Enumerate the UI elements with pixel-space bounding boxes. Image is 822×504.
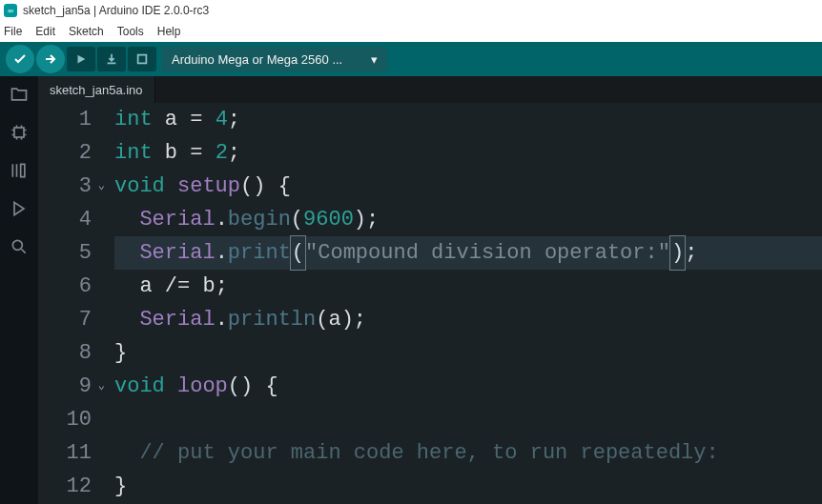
line-number: 7 (38, 303, 105, 336)
app-logo-icon: ∞ (4, 4, 17, 17)
chip-icon (10, 123, 29, 142)
editor-area: sketch_jan5a.ino 123⌄456789⌄101112 int a… (38, 76, 822, 504)
svg-rect-0 (138, 55, 147, 64)
activity-bar (0, 76, 38, 504)
sidebar-item-debug[interactable] (9, 198, 30, 219)
books-icon (10, 161, 29, 180)
code-line[interactable] (114, 403, 822, 436)
menu-file[interactable]: File (4, 25, 22, 38)
title-bar: ∞ sketch_jan5a | Arduino IDE 2.0.0-rc3 (0, 0, 822, 21)
menu-help[interactable]: Help (157, 25, 181, 38)
square-icon (135, 52, 149, 66)
line-number: 5 (38, 236, 105, 270)
debug-button[interactable] (67, 47, 95, 71)
debug-icon (10, 199, 29, 218)
sidebar-item-boards[interactable] (9, 122, 30, 143)
line-number: 8 (38, 336, 105, 370)
code-line[interactable]: Serial.print("Compound division operator… (114, 236, 822, 270)
menu-tools[interactable]: Tools (117, 25, 144, 38)
window-title: sketch_jan5a | Arduino IDE 2.0.0-rc3 (23, 4, 209, 17)
sidebar-item-search[interactable] (9, 236, 30, 257)
download-icon (105, 52, 118, 66)
line-number: 9⌄ (38, 370, 105, 403)
code-content[interactable]: int a = 4;int b = 2;void setup() { Seria… (114, 103, 822, 504)
tab-label: sketch_jan5a.ino (50, 83, 143, 97)
verify-button[interactable] (6, 45, 34, 73)
board-selector-label: Arduino Mega or Mega 2560 ... (172, 52, 342, 67)
board-selector[interactable]: Arduino Mega or Mega 2560 ... ▾ (162, 47, 387, 71)
line-gutter: 123⌄456789⌄101112 (38, 103, 114, 504)
code-line[interactable]: Serial.begin(9600); (114, 203, 822, 236)
svg-rect-1 (14, 128, 24, 137)
code-line[interactable]: void loop() { (114, 370, 822, 403)
fold-icon[interactable]: ⌄ (93, 170, 105, 203)
folder-icon (10, 85, 29, 104)
line-number: 4 (38, 203, 105, 236)
line-number: 11 (38, 436, 105, 470)
line-number: 3⌄ (38, 170, 105, 203)
code-line[interactable]: } (114, 470, 822, 503)
code-line[interactable]: void setup() { (114, 170, 822, 203)
fold-icon[interactable]: ⌄ (93, 370, 105, 403)
upload-button[interactable] (36, 45, 65, 73)
check-icon (12, 51, 28, 67)
code-editor[interactable]: 123⌄456789⌄101112 int a = 4;int b = 2;vo… (38, 103, 822, 504)
toolbar: Arduino Mega or Mega 2560 ... ▾ (0, 42, 822, 76)
line-number: 1 (38, 103, 105, 136)
code-line[interactable]: int b = 2; (114, 136, 822, 170)
play-icon (74, 52, 88, 66)
line-number: 10 (38, 403, 105, 436)
code-line[interactable]: a /= b; (114, 270, 822, 303)
menu-bar: File Edit Sketch Tools Help (0, 21, 822, 42)
line-number: 12 (38, 470, 105, 503)
code-line[interactable]: int a = 4; (114, 103, 822, 136)
menu-edit[interactable]: Edit (35, 25, 55, 38)
line-number: 6 (38, 270, 105, 303)
main-area: sketch_jan5a.ino 123⌄456789⌄101112 int a… (0, 76, 822, 504)
tab-bar: sketch_jan5a.ino (38, 76, 822, 103)
menu-sketch[interactable]: Sketch (69, 25, 104, 38)
code-line[interactable]: Serial.println(a); (114, 303, 822, 336)
line-number: 2 (38, 136, 105, 170)
toolbar-other1-button[interactable] (97, 47, 126, 71)
toolbar-other2-button[interactable] (128, 47, 156, 71)
chevron-down-icon: ▾ (371, 52, 378, 67)
tab-active[interactable]: sketch_jan5a.ino (38, 76, 155, 103)
svg-point-2 (12, 240, 22, 250)
arrow-right-icon (43, 51, 58, 67)
search-icon (10, 237, 29, 256)
code-line[interactable]: } (114, 336, 822, 370)
sidebar-item-sketchbook[interactable] (9, 84, 30, 105)
code-line[interactable]: // put your main code here, to run repea… (114, 436, 822, 470)
sidebar-item-library[interactable] (9, 160, 30, 181)
